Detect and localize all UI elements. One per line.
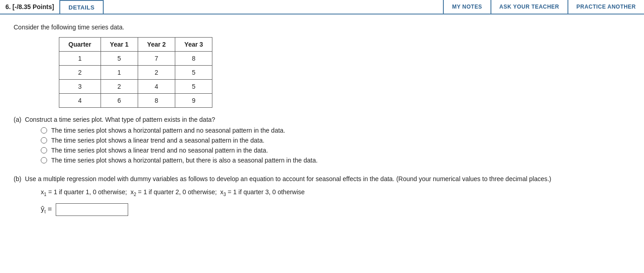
question-intro-text: Consider the following time series data. xyxy=(14,24,124,31)
part-a-label: (a) Construct a time series plot. What t… xyxy=(14,116,630,123)
col-year2: Year 2 xyxy=(138,38,175,52)
cell-r1-c2: 2 xyxy=(138,66,175,80)
part-a-options: The time series plot shows a horizontal … xyxy=(41,127,630,164)
part-b-prompt: Use a multiple regression model with dum… xyxy=(25,175,551,182)
cell-r3-c3: 9 xyxy=(175,94,212,108)
question-intro: Consider the following time series data. xyxy=(14,24,630,31)
cell-r3-c2: 8 xyxy=(138,94,175,108)
col-year3: Year 3 xyxy=(175,38,212,52)
details-tab[interactable]: DETAILS xyxy=(60,0,103,14)
table-row: 1578 xyxy=(59,52,212,66)
part-b-intro: (b) Use a multiple regression model with… xyxy=(14,174,630,184)
cell-r1-c0: 2 xyxy=(59,66,101,80)
cell-r0-c2: 7 xyxy=(138,52,175,66)
my-notes-label: MY NOTES xyxy=(452,4,482,10)
ask-teacher-label: ASK YOUR TEACHER xyxy=(500,4,559,10)
my-notes-button[interactable]: MY NOTES xyxy=(444,0,490,14)
variables-line: x1 = 1 if quarter 1, 0 otherwise; x2 = 1… xyxy=(41,188,630,197)
part-a-letter: (a) xyxy=(14,116,21,123)
top-bar-buttons: MY NOTES ASK YOUR TEACHER PRACTICE ANOTH… xyxy=(443,0,644,14)
cell-r2-c1: 2 xyxy=(101,80,138,94)
yt-label: ŷt = xyxy=(41,205,52,214)
answer-row: ŷt = xyxy=(41,203,630,216)
answer-input[interactable] xyxy=(56,203,128,216)
part-b: (b) Use a multiple regression model with… xyxy=(14,174,630,216)
radio-label-0: The time series plot shows a horizontal … xyxy=(51,127,285,134)
radio-item-0[interactable]: The time series plot shows a horizontal … xyxy=(41,127,630,134)
table-row: 4689 xyxy=(59,94,212,108)
cell-r0-c1: 5 xyxy=(101,52,138,66)
data-table: Quarter Year 1 Year 2 Year 3 15782125324… xyxy=(59,37,212,108)
top-bar: 6. [-/8.35 Points] DETAILS MY NOTES ASK … xyxy=(0,0,644,14)
cell-r1-c1: 1 xyxy=(101,66,138,80)
part-a-prompt: Construct a time series plot. What type … xyxy=(25,116,215,123)
table-header-row: Quarter Year 1 Year 2 Year 3 xyxy=(59,38,212,52)
question-label: 6. [-/8.35 Points] xyxy=(0,0,60,14)
cell-r0-c0: 1 xyxy=(59,52,101,66)
cell-r3-c0: 4 xyxy=(59,94,101,108)
cell-r2-c3: 5 xyxy=(175,80,212,94)
cell-r1-c3: 5 xyxy=(175,66,212,80)
cell-r2-c2: 4 xyxy=(138,80,175,94)
radio-label-1: The time series plot shows a linear tren… xyxy=(51,137,264,144)
col-quarter: Quarter xyxy=(59,38,101,52)
table-row: 2125 xyxy=(59,66,212,80)
practice-another-label: PRACTICE ANOTHER xyxy=(577,4,636,10)
radio-circle-0[interactable] xyxy=(41,127,47,134)
details-tab-label: DETAILS xyxy=(68,4,94,11)
radio-item-1[interactable]: The time series plot shows a linear tren… xyxy=(41,137,630,144)
practice-another-button[interactable]: PRACTICE ANOTHER xyxy=(567,0,644,14)
radio-item-2[interactable]: The time series plot shows a linear tren… xyxy=(41,147,630,154)
cell-r3-c1: 6 xyxy=(101,94,138,108)
col-year1: Year 1 xyxy=(101,38,138,52)
radio-label-2: The time series plot shows a linear tren… xyxy=(51,147,268,154)
ask-teacher-button[interactable]: ASK YOUR TEACHER xyxy=(490,0,567,14)
part-b-letter: (b) xyxy=(14,175,21,182)
radio-circle-3[interactable] xyxy=(41,157,47,163)
table-row: 3245 xyxy=(59,80,212,94)
cell-r2-c0: 3 xyxy=(59,80,101,94)
radio-circle-1[interactable] xyxy=(41,137,47,144)
question-label-text: 6. [-/8.35 Points] xyxy=(5,3,54,10)
cell-r0-c3: 8 xyxy=(175,52,212,66)
radio-item-3[interactable]: The time series plot shows a horizontal … xyxy=(41,157,630,164)
radio-label-3: The time series plot shows a horizontal … xyxy=(51,157,317,164)
main-content: Consider the following time series data.… xyxy=(0,14,644,230)
radio-circle-2[interactable] xyxy=(41,147,47,153)
